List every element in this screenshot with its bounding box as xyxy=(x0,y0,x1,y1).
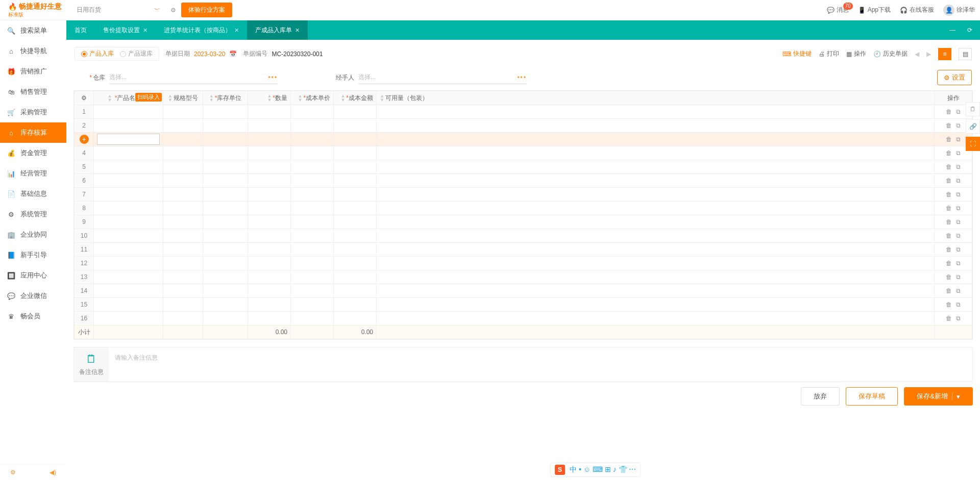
delete-icon[interactable]: 🗑 xyxy=(946,108,952,115)
delete-icon[interactable]: 🗑 xyxy=(946,246,952,253)
ime-char[interactable]: ⋯ xyxy=(629,465,636,473)
close-icon[interactable]: ✕ xyxy=(295,27,300,34)
table-row[interactable]: 15🗑⧉ xyxy=(75,298,972,312)
table-row[interactable]: 4🗑⧉ xyxy=(75,146,972,160)
table-row[interactable]: 9🗑⧉ xyxy=(75,215,972,229)
col-price[interactable]: ▲▼*成本单价 xyxy=(291,91,334,105)
table-row[interactable]: 16🗑⧉ xyxy=(75,312,972,325)
operate-link[interactable]: ▦操作 xyxy=(846,49,866,58)
table-row[interactable]: 2🗑⧉ xyxy=(75,119,972,133)
sidebar-item-6[interactable]: 💰资金管理 xyxy=(0,143,66,163)
copy-icon[interactable]: ⧉ xyxy=(956,260,961,267)
delete-icon[interactable]: 🗑 xyxy=(946,149,952,157)
add-row-icon[interactable]: + xyxy=(80,135,89,144)
sidebar-item-13[interactable]: 💬企业微信 xyxy=(0,286,66,306)
operator-select[interactable]: 选择... ••• xyxy=(358,71,527,84)
gear-icon[interactable]: ⚙ xyxy=(170,7,176,14)
radio-product-in[interactable]: 产品入库 xyxy=(81,49,114,58)
doc-date-value[interactable]: 2023-03-20 xyxy=(194,50,225,58)
delete-icon[interactable]: 🗑 xyxy=(946,136,952,143)
copy-icon[interactable]: ⧉ xyxy=(956,122,961,129)
tab-0[interactable]: 首页 xyxy=(66,20,95,40)
messages-link[interactable]: 💬 消息 70 xyxy=(827,6,849,14)
sidebar-item-11[interactable]: 📘新手引导 xyxy=(0,245,66,265)
copy-icon[interactable]: ⧉ xyxy=(956,315,961,322)
copy-icon[interactable]: ⧉ xyxy=(956,136,961,143)
sidebar-item-8[interactable]: 📄基础信息 xyxy=(0,184,66,204)
delete-icon[interactable]: 🗑 xyxy=(946,205,952,212)
delete-icon[interactable]: 🗑 xyxy=(946,218,952,225)
col-available[interactable]: ▲▼可用量（包装） xyxy=(377,91,935,105)
sidebar-item-5[interactable]: ⌂库存核算 xyxy=(0,122,66,143)
table-row[interactable]: +🗑⧉ xyxy=(75,133,972,146)
tab-refresh-button[interactable]: ⟳ xyxy=(963,23,977,37)
ime-char[interactable]: ⌨ xyxy=(593,465,603,473)
view-list-button[interactable]: ≡ xyxy=(938,48,951,60)
ime-char[interactable]: 👕 xyxy=(619,465,627,473)
copy-icon[interactable]: ⧉ xyxy=(956,163,961,170)
sidebar-item-7[interactable]: 📊经营管理 xyxy=(0,163,66,184)
table-row[interactable]: 8🗑⧉ xyxy=(75,201,972,215)
ime-char[interactable]: 中 xyxy=(570,465,577,473)
ime-toolbar[interactable]: S 中 • ☺ ⌨ ⊞ ♪ 👕 ⋯ xyxy=(550,463,641,477)
tab-minimize-button[interactable]: — xyxy=(945,23,960,37)
copy-icon[interactable]: ⧉ xyxy=(956,273,961,281)
table-row[interactable]: 5🗑⧉ xyxy=(75,160,972,174)
table-row[interactable]: 14🗑⧉ xyxy=(75,284,972,298)
delete-icon[interactable]: 🗑 xyxy=(946,122,952,129)
copy-icon[interactable]: ⧉ xyxy=(956,191,961,198)
tab-3[interactable]: 产成品入库单✕ xyxy=(247,20,308,40)
rail-note-button[interactable]: 🗒 xyxy=(966,102,980,116)
sidebar-item-9[interactable]: ⚙系统管理 xyxy=(0,204,66,224)
table-row[interactable]: 10🗑⧉ xyxy=(75,229,972,243)
chevron-down-icon[interactable]: ▾ xyxy=(952,393,960,400)
view-card-button[interactable]: ▤ xyxy=(959,48,972,60)
save-draft-button[interactable]: 保存草稿 xyxy=(846,387,898,406)
sidebar-item-0[interactable]: 🔍搜索菜单 xyxy=(0,20,66,41)
settings-gear-icon[interactable]: ⚙ xyxy=(10,469,16,476)
history-link[interactable]: 🕘历史单据 xyxy=(873,49,908,58)
copy-icon[interactable]: ⧉ xyxy=(956,232,961,239)
copy-icon[interactable]: ⧉ xyxy=(956,205,961,212)
copy-icon[interactable]: ⧉ xyxy=(956,287,961,294)
table-row[interactable]: 11🗑⧉ xyxy=(75,243,972,257)
calendar-icon[interactable]: 📅 xyxy=(229,50,237,58)
col-product-name[interactable]: ▲▼ *产品名称? 扫码录入 xyxy=(94,91,163,105)
delete-icon[interactable]: 🗑 xyxy=(946,273,952,281)
delete-icon[interactable]: 🗑 xyxy=(946,260,952,267)
remark-tab[interactable]: 🗒 备注信息 xyxy=(74,347,109,382)
copy-icon[interactable]: ⧉ xyxy=(956,149,961,157)
delete-icon[interactable]: 🗑 xyxy=(946,301,952,308)
copy-icon[interactable]: ⧉ xyxy=(956,246,961,253)
prev-icon[interactable]: ◀ xyxy=(915,50,919,58)
sidebar-item-4[interactable]: 🛒采购管理 xyxy=(0,102,66,122)
table-row[interactable]: 13🗑⧉ xyxy=(75,270,972,284)
ime-char[interactable]: ⊞ xyxy=(605,465,611,473)
user-menu[interactable]: 👤 徐泽华 xyxy=(943,5,975,16)
table-row[interactable]: 7🗑⧉ xyxy=(75,188,972,201)
table-row[interactable]: 6🗑⧉ xyxy=(75,174,972,188)
sidebar-item-10[interactable]: 🏢企业协同 xyxy=(0,224,66,245)
delete-icon[interactable]: 🗑 xyxy=(946,287,952,294)
tab-1[interactable]: 售价提取设置✕ xyxy=(95,20,156,40)
rail-link-button[interactable]: 🔗 xyxy=(966,119,980,134)
delete-icon[interactable]: 🗑 xyxy=(946,177,952,184)
copy-icon[interactable]: ⧉ xyxy=(956,177,961,184)
table-row[interactable]: 1🗑⧉ xyxy=(75,105,972,119)
radio-product-out[interactable]: 产品退库 xyxy=(120,49,153,58)
save-new-button[interactable]: 保存&新增▾ xyxy=(904,387,973,406)
col-qty[interactable]: ▲▼*数量 xyxy=(248,91,291,105)
delete-icon[interactable]: 🗑 xyxy=(946,191,952,198)
col-amount[interactable]: ▲▼*成本金额 xyxy=(334,91,377,105)
warehouse-select[interactable]: 选择... ••• xyxy=(109,71,278,84)
delete-icon[interactable]: 🗑 xyxy=(946,315,952,322)
collapse-icon[interactable]: ◀) xyxy=(50,469,56,476)
ime-char[interactable]: ♪ xyxy=(613,465,617,473)
tab-2[interactable]: 进货单统计表（按商品）✕ xyxy=(156,20,247,40)
rail-expand-button[interactable]: ⛶ xyxy=(966,137,980,151)
discard-button[interactable]: 放弃 xyxy=(801,387,840,406)
product-name-input[interactable] xyxy=(97,134,160,145)
print-link[interactable]: 🖨打印 xyxy=(819,49,839,58)
trial-plan-button[interactable]: 体验行业方案 xyxy=(181,3,232,17)
close-icon[interactable]: ✕ xyxy=(143,27,148,34)
